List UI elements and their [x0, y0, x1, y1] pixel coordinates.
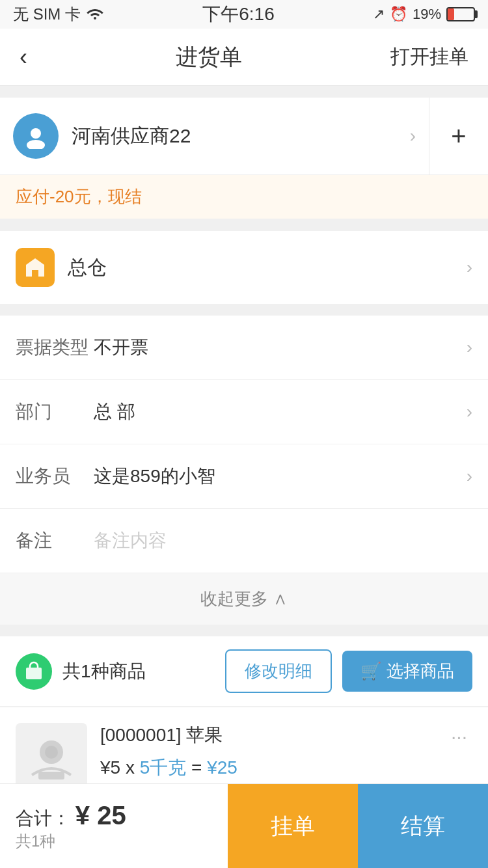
total-row: 合计： ¥ 25 — [16, 801, 212, 831]
page-title: 进货单 — [176, 42, 242, 72]
battery-label: 19% — [413, 6, 441, 23]
alarm-icon: ⏰ — [390, 6, 407, 23]
warehouse-chevron-icon: › — [467, 257, 472, 278]
back-button[interactable]: ‹ — [20, 44, 27, 71]
add-supplier-button[interactable]: + — [429, 98, 488, 175]
select-product-label: 选择商品 — [386, 660, 454, 683]
select-product-icon: 🛒 — [360, 661, 381, 681]
salesperson-row[interactable]: 业务员 这是859的小智 › — [0, 444, 488, 509]
ticket-type-value: 不开票 — [94, 335, 460, 360]
ticket-type-row[interactable]: 票据类型 不开票 › — [0, 316, 488, 380]
section-gap-4 — [0, 625, 488, 636]
status-left: 无 SIM 卡 — [13, 4, 104, 25]
supplier-row[interactable]: 河南供应商22 › — [0, 98, 429, 175]
salesperson-label: 业务员 — [16, 464, 94, 489]
price-equals: = — [186, 757, 207, 778]
product-info: [0000001] 苹果 ¥5 x 5千克 = ¥25 — [100, 723, 433, 780]
price-unit: ¥5 x — [100, 757, 140, 778]
product-count-label: 共1种商品 — [62, 659, 215, 684]
wifi-icon — [86, 5, 104, 23]
battery-icon — [446, 7, 475, 21]
salesperson-chevron-icon: › — [467, 466, 472, 487]
warehouse-icon — [16, 248, 55, 287]
department-row[interactable]: 部门 总 部 › — [0, 380, 488, 444]
checkout-button[interactable]: 结算 — [358, 784, 488, 868]
warehouse-section[interactable]: 总仓 › — [0, 231, 488, 304]
section-gap-2 — [0, 219, 488, 231]
svg-rect-6 — [38, 772, 64, 780]
hold-button[interactable]: 挂单 — [228, 784, 358, 868]
status-right: ↗ ⏰ 19% — [373, 6, 475, 23]
warehouse-name: 总仓 — [68, 254, 460, 281]
time-label: 下午6:16 — [202, 2, 275, 27]
section-gap-1 — [0, 86, 488, 98]
collapse-button[interactable]: 收起更多 ∧ — [0, 573, 488, 625]
price-qty: 5千克 — [140, 757, 187, 778]
supplier-name: 河南供应商22 — [72, 123, 403, 150]
product-title: [0000001] 苹果 — [100, 723, 433, 748]
edit-detail-button[interactable]: 修改明细 — [225, 649, 332, 693]
carrier-label: 无 SIM 卡 — [13, 4, 81, 25]
product-price: ¥5 x 5千克 = ¥25 — [100, 755, 433, 780]
location-icon: ↗ — [373, 6, 385, 23]
chevron-right-icon: › — [410, 126, 416, 146]
department-label: 部门 — [16, 400, 94, 424]
svg-rect-3 — [26, 668, 42, 679]
remark-label: 备注 — [16, 528, 94, 553]
svg-rect-2 — [32, 270, 38, 277]
remark-row[interactable]: 备注 备注内容 — [0, 509, 488, 573]
total-label: 合计： — [16, 808, 70, 828]
notice-bar: 应付-20元，现结 — [0, 175, 488, 219]
select-product-button[interactable]: 🛒 选择商品 — [342, 651, 472, 692]
price-total: ¥25 — [207, 757, 237, 778]
supplier-section: 河南供应商22 › + — [0, 98, 488, 175]
product-icon — [16, 653, 52, 690]
total-count: 共1种 — [16, 831, 212, 852]
total-amount: ¥ 25 — [75, 801, 126, 830]
section-gap-3 — [0, 304, 488, 316]
total-section: 合计： ¥ 25 共1种 — [0, 784, 228, 868]
department-chevron-icon: › — [467, 401, 472, 422]
nav-bar: ‹ 进货单 打开挂单 — [0, 29, 488, 86]
ticket-type-label: 票据类型 — [16, 335, 94, 360]
product-header: 共1种商品 修改明细 🛒 选择商品 — [0, 636, 488, 706]
salesperson-value: 这是859的小智 — [94, 464, 460, 489]
ticket-type-chevron-icon: › — [467, 337, 472, 358]
open-hold-button[interactable]: 打开挂单 — [390, 44, 468, 70]
svg-point-1 — [27, 140, 45, 149]
remark-input[interactable]: 备注内容 — [94, 528, 472, 553]
supplier-avatar — [13, 113, 59, 159]
bottom-bar: 合计： ¥ 25 共1种 挂单 结算 — [0, 783, 488, 868]
department-value: 总 部 — [94, 400, 460, 424]
svg-point-5 — [45, 746, 58, 759]
svg-point-0 — [31, 128, 41, 139]
product-more-button[interactable]: ··· — [446, 723, 472, 750]
status-bar: 无 SIM 卡 下午6:16 ↗ ⏰ 19% — [0, 0, 488, 29]
form-section: 票据类型 不开票 › 部门 总 部 › 业务员 这是859的小智 › 备注 备注… — [0, 316, 488, 573]
